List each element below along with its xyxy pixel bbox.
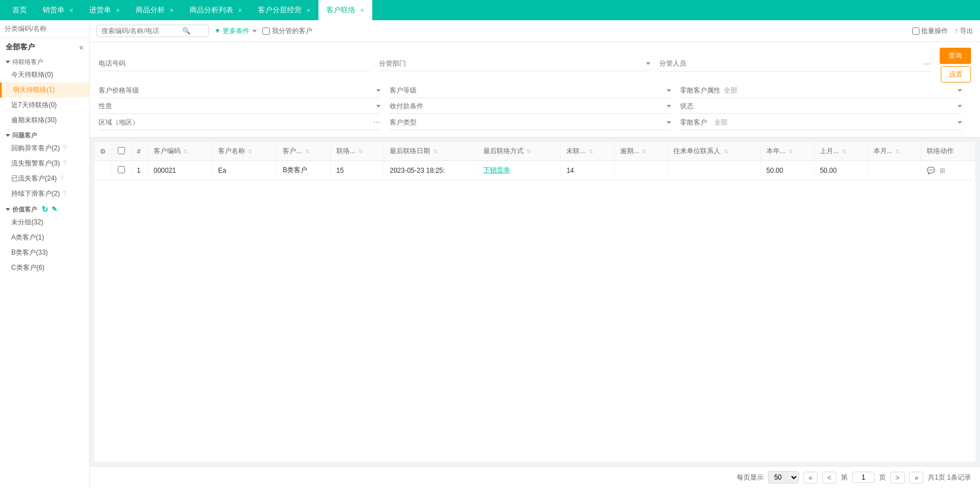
filter-row-4: 区域（地区） ··· 客户类型 零散客户 全部 [99,117,971,130]
col-gear[interactable]: ⚙ [94,142,112,161]
chevron-down-icon [667,121,671,124]
close-icon[interactable]: ✕ [69,7,73,13]
sidebar-item-7days[interactable]: 近7天待联络(0) [0,98,89,113]
filter-customer-type: 客户类型 [390,118,672,130]
per-page-select[interactable]: 50 100 [768,471,799,484]
sidebar-item-ungrouped[interactable]: 未分组(32) [0,215,89,230]
close-icon[interactable]: ✕ [115,7,120,13]
qr-icon[interactable]: ⊞ [940,167,945,174]
payment-select[interactable] [427,105,672,108]
price-level-select[interactable] [142,89,381,92]
next-page-btn[interactable]: > [890,472,905,484]
per-page-label: 每页显示 [737,473,764,482]
close-icon[interactable]: ✕ [360,7,364,13]
nav-home[interactable]: 首页 [4,0,35,20]
col-type[interactable]: 客户... ⇅ [277,142,331,161]
sidebar-item-churned[interactable]: 已流失客户(24) ? [0,171,89,186]
help-icon: ? [63,144,67,152]
col-overdue[interactable]: 逾期... ⇅ [614,142,668,161]
sidebar-item-b-class[interactable]: B类客户(33) [0,245,89,260]
expand-icon [6,208,10,211]
ellipsis-icon[interactable]: ··· [373,117,380,127]
batch-op-button[interactable]: 批量操作 [912,26,948,36]
nav-analysis[interactable]: 商品分析 ✕ [128,0,182,20]
export-button[interactable]: ↑ 导出 [955,26,973,36]
top-nav: 首页 销货单 ✕ 进货单 ✕ 商品分析 ✕ 商品分析列表 ✕ 客户分层经营 ✕ … [0,0,980,20]
close-icon[interactable]: ✕ [238,7,242,13]
sidebar-item-declining[interactable]: 持续下滑客户(2) ? [0,186,89,201]
right-actions: 批量操作 ↑ 导出 [912,26,973,36]
close-icon[interactable]: ✕ [169,7,174,13]
sidebar-item-repurchase-abnormal[interactable]: 回购异常客户(2) ? [0,141,89,156]
col-action: 联络动作 [921,142,976,161]
col-contact-person[interactable]: 往来单位联系人 ⇅ [668,142,760,161]
sidebar-item-tomorrow[interactable]: 明天待联络(1) [0,82,89,98]
status-select[interactable] [714,105,962,108]
gear-icon[interactable]: ⚙ [100,148,106,155]
region-dots[interactable]: ··· [142,117,381,127]
customer-level-select[interactable] [424,89,672,92]
retail-customer-select[interactable]: 全部 [714,118,962,127]
sidebar-item-a-class[interactable]: A类客户(1) [0,230,89,245]
prev-page-btn[interactable]: < [822,472,836,484]
cell-unlisted: 14 [561,161,614,180]
cell-last-method[interactable]: 下销货单 [477,161,561,180]
query-button[interactable]: 查询 [940,48,971,64]
col-this-month[interactable]: 本月... ⇅ [867,142,921,161]
settings-button[interactable]: 设置 [941,66,971,82]
row-checkbox[interactable] [118,166,125,173]
nav-purchase[interactable]: 进货单 ✕ [81,0,128,20]
batch-op-check[interactable] [912,27,919,35]
all-customers-header: 全部客户 « [0,38,89,54]
nav-customer-contact[interactable]: 客户联络 ✕ [318,0,372,20]
last-page-btn[interactable]: » [909,472,923,484]
my-customers-check[interactable] [262,27,270,35]
chat-icon[interactable]: 💬 [927,167,935,174]
chevron-down-icon [376,89,381,92]
sidebar-item-overdue[interactable]: 逾期未联络(30) [0,113,89,128]
search-icon[interactable]: 🔍 [182,27,191,35]
my-customers-checkbox[interactable]: 我分管的客户 [262,26,312,36]
edit-icon[interactable]: ✎ [52,205,57,213]
select-all-checkbox[interactable] [118,147,125,154]
close-icon[interactable]: ✕ [306,7,311,13]
phone-input[interactable] [133,60,370,68]
retail-attr-select[interactable]: 全部 [724,86,962,95]
page-unit: 页 [879,473,886,482]
filter-retail-attr: 零散客户属性 全部 [680,86,962,98]
customer-type-select[interactable] [424,121,672,124]
search-bar: 🔍 ▼ 更多条件 我分管的客户 批量操作 ↑ 导出 [90,20,980,42]
nav-sales[interactable]: 销货单 ✕ [35,0,81,20]
col-last-date[interactable]: 最后联络日期 ⇅ [384,142,477,161]
nature-select[interactable] [133,105,381,108]
col-last-method[interactable]: 最后联络方式 ⇅ [477,142,561,161]
col-code[interactable]: 客户编码 ⇅ [148,142,212,161]
search-input-wrap: 🔍 [96,25,209,37]
filter-phone: 电话号码 [99,59,370,71]
col-year-amount[interactable]: 本年... ⇅ [760,142,814,161]
filter-status: 状态 [680,102,962,114]
page-input[interactable] [852,472,875,483]
cell-gear [94,161,112,180]
filter-price-level: 客户价格等级 [99,86,381,98]
ellipsis-icon[interactable]: ··· [923,59,931,69]
more-filter-button[interactable]: ▼ 更多条件 [214,26,257,36]
dept-select[interactable] [413,62,650,65]
nav-analysis-list[interactable]: 商品分析列表 ✕ [182,0,250,20]
search-input[interactable] [101,27,180,35]
col-last-month[interactable]: 上月... ⇅ [814,142,868,161]
refresh-icon[interactable]: ↻ [41,205,48,214]
collapse-icon[interactable]: « [79,43,84,52]
filter-nature: 性质 [99,102,381,114]
col-unlisted[interactable]: 未联... ⇅ [561,142,614,161]
sidebar-search-input[interactable] [4,25,89,33]
nav-customer-segment[interactable]: 客户分层经营 ✕ [250,0,318,20]
col-checkbox [112,142,131,161]
sidebar-item-c-class[interactable]: C类客户(6) [0,260,89,275]
sidebar-item-today[interactable]: 今天待联络(0) [0,67,89,82]
first-page-btn[interactable]: « [803,472,817,484]
col-contact[interactable]: 联络... ⇅ [330,142,384,161]
manager-dots[interactable]: ··· [694,59,931,69]
sidebar-item-churn-warning[interactable]: 流失预警客户(3) ? [0,156,89,171]
col-name[interactable]: 客户名称 ⇅ [212,142,277,161]
